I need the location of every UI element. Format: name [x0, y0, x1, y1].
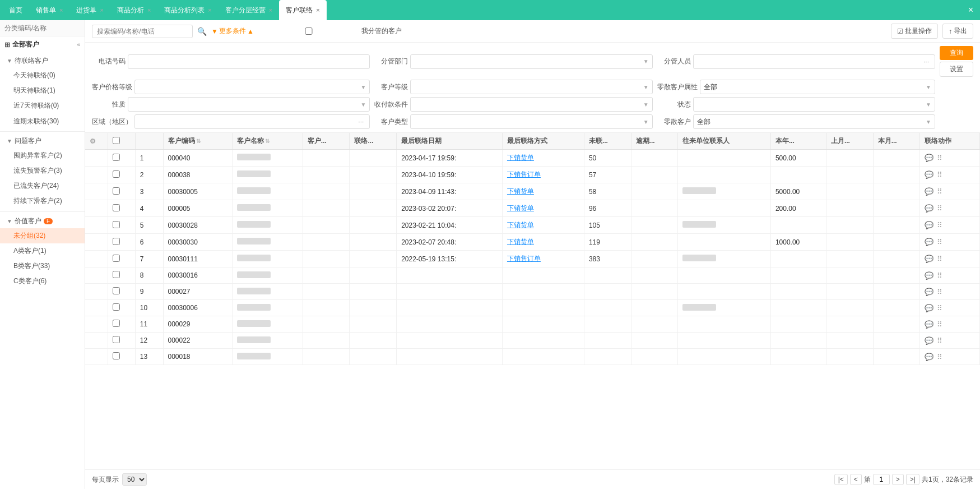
person-dropdown[interactable]: ···: [693, 54, 935, 69]
row-checkbox[interactable]: [113, 204, 120, 211]
chat-icon[interactable]: 💬: [925, 353, 933, 361]
phone-input[interactable]: [128, 54, 370, 69]
tab-product-analysis-list[interactable]: 商品分析列表 ×: [157, 0, 218, 20]
contact-method-link[interactable]: 下销货单: [507, 187, 534, 195]
chat-icon[interactable]: 💬: [925, 204, 933, 213]
tab-sales[interactable]: 销售单 ×: [29, 0, 69, 20]
chat-icon[interactable]: 💬: [925, 304, 933, 312]
more-action-icon[interactable]: ⠿: [937, 336, 942, 345]
more-action-icon[interactable]: ⠿: [937, 320, 942, 329]
row-checkbox[interactable]: [113, 336, 120, 343]
more-action-icon[interactable]: ⠿: [937, 221, 942, 229]
col-this-month-th[interactable]: 本月...: [873, 133, 920, 150]
close-all-tabs[interactable]: ×: [964, 5, 978, 15]
col-checkbox-th[interactable]: [108, 133, 135, 150]
search-input[interactable]: [92, 25, 193, 38]
chat-icon[interactable]: 💬: [925, 154, 933, 162]
chat-icon[interactable]: 💬: [925, 288, 933, 296]
col-name-th[interactable]: 客户名称 ⇅: [232, 133, 303, 150]
chat-icon[interactable]: 💬: [925, 320, 933, 329]
gender-dropdown[interactable]: ▼: [128, 97, 370, 112]
tab-product-analysis[interactable]: 商品分析 ×: [110, 0, 157, 20]
close-purchase-tab[interactable]: ×: [100, 7, 103, 13]
page-size-select[interactable]: 50: [122, 473, 147, 486]
sidebar-problem-title[interactable]: ▼ 问题客户: [0, 134, 85, 148]
sidebar-search-input[interactable]: [4, 24, 85, 32]
sidebar-item-class-a[interactable]: A类客户(1): [0, 243, 85, 259]
row-checkbox[interactable]: [113, 221, 120, 228]
first-page-button[interactable]: |<: [834, 474, 848, 485]
tab-home[interactable]: 首页: [2, 0, 29, 20]
close-customer-contact-tab[interactable]: ×: [316, 7, 319, 13]
row-checkbox[interactable]: [113, 271, 120, 278]
col-not-contacted-th[interactable]: 未联...: [584, 133, 631, 150]
row-checkbox[interactable]: [113, 170, 120, 178]
row-checkbox-cell[interactable]: [108, 267, 135, 284]
row-checkbox-cell[interactable]: [108, 284, 135, 300]
more-action-icon[interactable]: ⠿: [937, 204, 942, 213]
col-code-th[interactable]: 客户编码 ⇅: [163, 133, 232, 150]
export-button[interactable]: ↑ 导出: [942, 24, 973, 39]
prev-page-button[interactable]: <: [850, 474, 862, 485]
contact-method-link[interactable]: 下销售订单: [507, 170, 541, 178]
col-type-th[interactable]: 客户...: [303, 133, 350, 150]
sidebar-item-tomorrow-pending[interactable]: 明天待联络(1): [0, 83, 85, 98]
tab-customer-contact[interactable]: 客户联络 ×: [279, 0, 326, 20]
row-checkbox[interactable]: [113, 303, 120, 311]
payment-dropdown[interactable]: ▼: [410, 97, 652, 112]
chat-icon[interactable]: 💬: [925, 187, 933, 196]
row-checkbox-cell[interactable]: [108, 167, 135, 183]
tab-purchase[interactable]: 进货单 ×: [69, 0, 110, 20]
contact-method-link[interactable]: 下销售订单: [507, 255, 541, 262]
sidebar-all-customers[interactable]: ⊞ 全部客户 «: [0, 36, 85, 53]
chat-icon[interactable]: 💬: [925, 255, 933, 263]
dept-dropdown[interactable]: ▼: [410, 54, 652, 69]
row-checkbox-cell[interactable]: [108, 333, 135, 349]
row-checkbox-cell[interactable]: [108, 349, 135, 365]
row-checkbox[interactable]: [113, 255, 120, 262]
sidebar-item-churned[interactable]: 已流失客户(24): [0, 178, 85, 193]
close-product-analysis-list-tab[interactable]: ×: [208, 7, 211, 13]
row-checkbox[interactable]: [113, 287, 120, 294]
sidebar-item-churn-warning[interactable]: 流失预警客户(3): [0, 163, 85, 178]
row-checkbox-cell[interactable]: [108, 300, 135, 316]
my-customers-checkbox[interactable]: [258, 27, 359, 35]
col-overdue-th[interactable]: 逾期...: [631, 133, 678, 150]
tab-customer-segment[interactable]: 客户分层经营 ×: [219, 0, 279, 20]
row-checkbox-cell[interactable]: [108, 200, 135, 217]
more-action-icon[interactable]: ⠿: [937, 271, 942, 280]
contact-method-link[interactable]: 下销货单: [507, 204, 534, 212]
col-settings-th[interactable]: ⚙: [85, 133, 108, 150]
select-all-checkbox[interactable]: [113, 137, 120, 144]
batch-operations-button[interactable]: ☑ 批量操作: [891, 24, 938, 39]
chat-icon[interactable]: 💬: [925, 221, 933, 229]
col-contact-th[interactable]: 联络...: [350, 133, 397, 150]
more-action-icon[interactable]: ⠿: [937, 238, 942, 246]
close-customer-segment-tab[interactable]: ×: [269, 7, 272, 13]
sidebar-value-title[interactable]: ▼ 价值客户 F: [0, 214, 85, 228]
row-checkbox-cell[interactable]: [108, 150, 135, 167]
last-page-button[interactable]: >|: [906, 474, 919, 485]
my-customers-checkbox-label[interactable]: 我分管的客户: [258, 26, 402, 36]
sidebar-item-class-c[interactable]: C类客户(6): [0, 274, 85, 289]
query-button[interactable]: 查询: [940, 46, 973, 60]
col-last-month-th[interactable]: 上月...: [826, 133, 873, 150]
col-last-method-th[interactable]: 最后联络方式: [502, 133, 584, 150]
more-action-icon[interactable]: ⠿: [937, 154, 942, 162]
contact-method-link[interactable]: 下销货单: [507, 238, 534, 246]
row-checkbox-cell[interactable]: [108, 183, 135, 200]
region-dropdown[interactable]: ···: [134, 114, 370, 129]
more-action-icon[interactable]: ⠿: [937, 304, 942, 312]
page-number-input[interactable]: [873, 474, 890, 485]
filter-search-icon[interactable]: 🔍: [197, 27, 207, 36]
close-product-analysis-tab[interactable]: ×: [147, 7, 151, 13]
more-action-icon[interactable]: ⠿: [937, 170, 942, 179]
sidebar-pending-title[interactable]: ▼ 待联络客户: [0, 54, 85, 68]
row-checkbox-cell[interactable]: [108, 234, 135, 251]
sidebar-item-declining[interactable]: 持续下滑客户(2): [0, 193, 85, 209]
row-checkbox-cell[interactable]: [108, 316, 135, 333]
sidebar-item-week-pending[interactable]: 近7天待联络(0): [0, 98, 85, 113]
row-checkbox[interactable]: [113, 154, 120, 161]
chat-icon[interactable]: 💬: [925, 170, 933, 179]
row-checkbox-cell[interactable]: [108, 251, 135, 267]
